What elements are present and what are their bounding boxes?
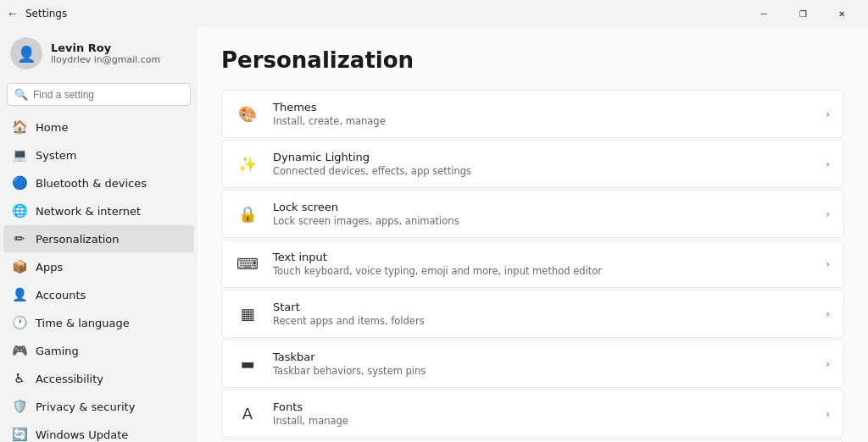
dynamic-lighting-arrow-icon: › <box>826 158 830 170</box>
dynamic-lighting-title: Dynamic Lighting <box>273 151 812 163</box>
start-arrow-icon: › <box>826 308 830 320</box>
sidebar-item-update[interactable]: 🔄Windows Update <box>3 421 194 442</box>
themes-description: Install, create, manage <box>273 115 812 127</box>
sidebar-item-label-home: Home <box>36 121 68 134</box>
sidebar-item-bluetooth[interactable]: 🔵Bluetooth & devices <box>3 169 194 196</box>
page-title: Personalization <box>221 47 844 73</box>
start-title: Start <box>273 301 812 313</box>
taskbar-title: Taskbar <box>273 351 812 363</box>
sidebar-item-label-apps: Apps <box>36 261 63 273</box>
update-icon: 🔄 <box>12 427 27 442</box>
themes-title: Themes <box>273 101 812 113</box>
settings-item-text-input[interactable]: ⌨️Text inputTouch keyboard, voice typing… <box>221 240 844 288</box>
sidebar-item-network[interactable]: 🌐Network & internet <box>3 197 194 224</box>
lock-screen-title: Lock screen <box>273 201 812 213</box>
back-button[interactable]: ← <box>7 7 19 20</box>
accounts-icon: 👤 <box>12 287 27 302</box>
start-description: Recent apps and items, folders <box>273 315 812 327</box>
home-icon: 🏠 <box>12 119 27 135</box>
main-container: 👤 Levin Roy lloydrlev in@gmail.com 🔍 🏠Ho… <box>0 27 868 442</box>
lock-screen-icon: 🔒 <box>236 202 259 226</box>
start-text: StartRecent apps and items, folders <box>273 301 812 327</box>
avatar: 👤 <box>10 37 42 69</box>
accessibility-icon: ♿ <box>12 371 27 386</box>
sidebar-item-label-privacy: Privacy & security <box>36 401 135 413</box>
sidebar-item-accounts[interactable]: 👤Accounts <box>3 281 194 308</box>
title-bar-title: Settings <box>25 8 67 19</box>
dynamic-lighting-text: Dynamic LightingConnected devices, effec… <box>273 151 812 177</box>
themes-text: ThemesInstall, create, manage <box>273 101 812 127</box>
search-icon: 🔍 <box>14 88 28 101</box>
bluetooth-icon: 🔵 <box>12 175 27 191</box>
close-button[interactable]: ✕ <box>822 0 861 27</box>
user-email: lloydrlev in@gmail.com <box>51 54 160 65</box>
taskbar-description: Taskbar behaviors, system pins <box>273 365 812 377</box>
start-icon: ▦ <box>236 302 259 326</box>
maximize-button[interactable]: ❐ <box>783 0 822 27</box>
sidebar-item-label-update: Windows Update <box>36 428 128 441</box>
sidebar-item-label-accessibility: Accessibility <box>36 373 103 385</box>
lock-screen-text: Lock screenLock screen images, apps, ani… <box>273 201 812 227</box>
search-box[interactable]: 🔍 <box>7 83 191 106</box>
sidebar-item-label-network: Network & internet <box>36 205 141 218</box>
content-area: Personalization 🎨ThemesInstall, create, … <box>198 27 868 442</box>
settings-item-start[interactable]: ▦StartRecent apps and items, folders› <box>221 290 844 338</box>
sidebar-item-label-personalization: Personalization <box>36 233 120 246</box>
personalization-icon: ✏️ <box>12 231 27 246</box>
themes-arrow-icon: › <box>826 108 830 120</box>
fonts-arrow-icon: › <box>826 408 830 420</box>
lock-screen-arrow-icon: › <box>826 208 830 220</box>
sidebar-item-accessibility[interactable]: ♿Accessibility <box>3 365 194 392</box>
network-icon: 🌐 <box>12 203 27 218</box>
text-input-title: Text input <box>273 251 812 263</box>
text-input-icon: ⌨️ <box>236 252 259 276</box>
settings-item-fonts[interactable]: AFontsInstall, manage› <box>221 390 844 438</box>
settings-item-dynamic-lighting[interactable]: ✨Dynamic LightingConnected devices, effe… <box>221 140 844 188</box>
title-bar: ← Settings ─ ❐ ✕ <box>0 0 868 27</box>
user-name: Levin Roy <box>51 41 160 54</box>
text-input-description: Touch keyboard, voice typing, emoji and … <box>273 265 812 277</box>
title-bar-left: ← Settings <box>7 7 67 20</box>
sidebar-item-label-accounts: Accounts <box>36 289 86 301</box>
settings-item-lock-screen[interactable]: 🔒Lock screenLock screen images, apps, an… <box>221 190 844 238</box>
sidebar-item-gaming[interactable]: 🎮Gaming <box>3 337 194 364</box>
sidebar-item-time[interactable]: 🕐Time & language <box>3 309 194 336</box>
sidebar-item-home[interactable]: 🏠Home <box>3 113 194 141</box>
fonts-icon: A <box>236 402 259 426</box>
apps-icon: 📦 <box>12 259 27 274</box>
user-profile[interactable]: 👤 Levin Roy lloydrlev in@gmail.com <box>3 27 194 80</box>
nav-list: 🏠Home💻System🔵Bluetooth & devices🌐Network… <box>3 113 194 442</box>
taskbar-icon: ▬ <box>236 352 259 376</box>
text-input-text: Text inputTouch keyboard, voice typing, … <box>273 251 812 277</box>
time-icon: 🕐 <box>12 315 27 330</box>
minimize-button[interactable]: ─ <box>744 0 783 27</box>
title-bar-controls: ─ ❐ ✕ <box>744 0 861 27</box>
sidebar-item-personalization[interactable]: ✏️Personalization <box>3 225 194 252</box>
sidebar-item-privacy[interactable]: 🛡️Privacy & security <box>3 393 194 420</box>
sidebar: 👤 Levin Roy lloydrlev in@gmail.com 🔍 🏠Ho… <box>0 27 198 442</box>
fonts-description: Install, manage <box>273 415 812 427</box>
themes-icon: 🎨 <box>236 102 259 126</box>
taskbar-arrow-icon: › <box>826 358 830 370</box>
lock-screen-description: Lock screen images, apps, animations <box>273 215 812 227</box>
sidebar-item-label-system: System <box>36 149 76 162</box>
sidebar-item-label-time: Time & language <box>36 317 130 329</box>
user-info: Levin Roy lloydrlev in@gmail.com <box>51 41 160 65</box>
dynamic-lighting-icon: ✨ <box>236 152 259 176</box>
taskbar-text: TaskbarTaskbar behaviors, system pins <box>273 351 812 377</box>
text-input-arrow-icon: › <box>826 258 830 270</box>
fonts-title: Fonts <box>273 401 812 413</box>
settings-item-themes[interactable]: 🎨ThemesInstall, create, manage› <box>221 90 844 138</box>
settings-item-taskbar[interactable]: ▬TaskbarTaskbar behaviors, system pins› <box>221 340 844 388</box>
sidebar-item-label-gaming: Gaming <box>36 345 79 357</box>
privacy-icon: 🛡️ <box>12 399 27 414</box>
system-icon: 💻 <box>12 147 27 163</box>
dynamic-lighting-description: Connected devices, effects, app settings <box>273 165 812 177</box>
sidebar-item-apps[interactable]: 📦Apps <box>3 253 194 280</box>
search-input[interactable] <box>33 89 183 101</box>
settings-list: 🎨ThemesInstall, create, manage›✨Dynamic … <box>221 90 844 442</box>
sidebar-item-system[interactable]: 💻System <box>3 141 194 169</box>
fonts-text: FontsInstall, manage <box>273 401 812 427</box>
sidebar-item-label-bluetooth: Bluetooth & devices <box>36 177 147 190</box>
gaming-icon: 🎮 <box>12 343 27 358</box>
